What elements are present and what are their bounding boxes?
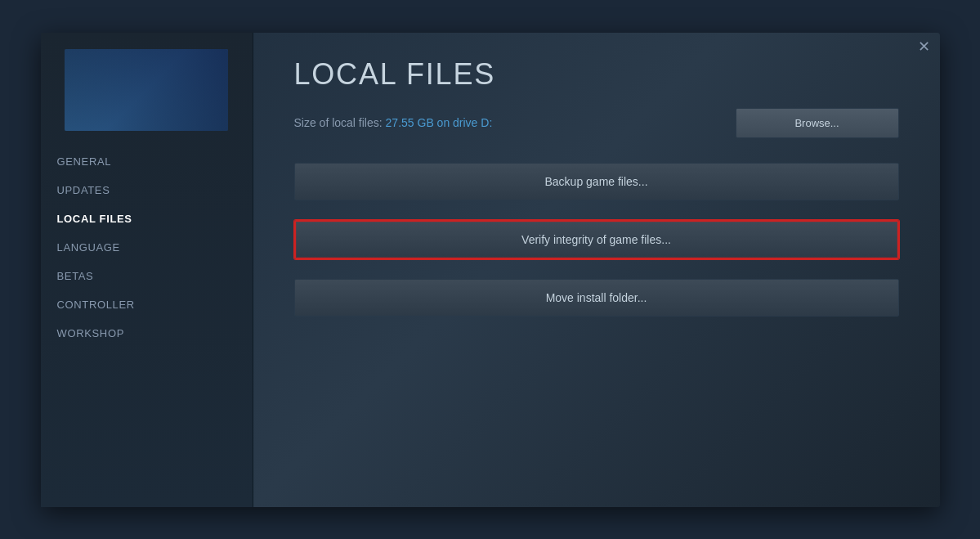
sidebar-item-language[interactable]: LANGUAGE [57,233,236,262]
sidebar-nav: GENERAL UPDATES LOCAL FILES LANGUAGE BET… [41,147,253,348]
backup-button[interactable]: Backup game files... [294,163,899,200]
sidebar-item-local-files[interactable]: LOCAL FILES [57,204,236,233]
sidebar-item-updates[interactable]: UPDATES [57,176,236,204]
sidebar-item-controller[interactable]: CONTROLLER [57,290,236,319]
page-title: LOCAL FILES [294,57,899,92]
main-content: LOCAL FILES Size of local files: 27.55 G… [253,33,940,507]
file-size-row: Size of local files: 27.55 GB on drive D… [294,108,899,138]
move-install-button[interactable]: Move install folder... [294,279,899,317]
dialog-inner: GENERAL UPDATES LOCAL FILES LANGUAGE BET… [41,33,940,507]
properties-dialog: ✕ GENERAL UPDATES LOCAL FILES LANGUAGE B… [41,33,940,507]
divider-2 [294,266,899,272]
divider [294,207,899,213]
close-button[interactable]: ✕ [918,39,930,54]
sidebar-item-general[interactable]: GENERAL [57,147,236,176]
file-size-value: 27.55 GB on drive D: [386,116,493,129]
sidebar-item-workshop[interactable]: WORKSHOP [57,319,236,348]
file-size-label: Size of local files: 27.55 GB on drive D… [294,116,493,129]
browse-button[interactable]: Browse... [736,108,899,138]
action-buttons: Backup game files... Verify integrity of… [294,163,899,317]
verify-integrity-button[interactable]: Verify integrity of game files... [294,220,899,259]
sidebar-item-betas[interactable]: BETAS [57,262,236,290]
sidebar: GENERAL UPDATES LOCAL FILES LANGUAGE BET… [41,33,253,507]
game-thumbnail [65,49,228,131]
